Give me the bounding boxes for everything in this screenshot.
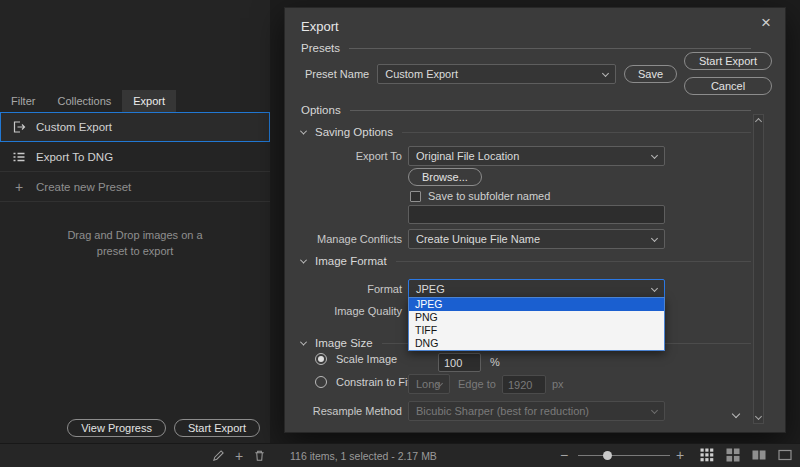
view-progress-button[interactable]: View Progress: [67, 419, 166, 437]
format-option-png[interactable]: PNG: [409, 311, 664, 324]
manage-conflicts-value: Create Unique File Name: [416, 233, 540, 245]
view-switcher: [700, 444, 792, 467]
manage-conflicts-label: Manage Conflicts: [285, 233, 402, 245]
scroll-down-icon[interactable]: [755, 413, 762, 420]
save-preset-button[interactable]: Save: [624, 65, 677, 83]
export-icon: [12, 120, 26, 134]
chevron-down-icon: [300, 256, 307, 263]
subfolder-checkbox-row: Save to subfolder named: [410, 190, 550, 202]
chevron-down-icon: [651, 285, 658, 292]
square-grid-view-icon[interactable]: [726, 448, 740, 464]
scale-value-input[interactable]: 100: [438, 353, 481, 372]
format-option-jpeg[interactable]: JPEG: [409, 298, 664, 311]
create-new-preset-button[interactable]: + Create new Preset: [0, 172, 270, 202]
preset-name-value: Custom Export: [385, 68, 458, 80]
zoom-slider-track[interactable]: [578, 455, 670, 456]
edge-value-input[interactable]: 1920: [502, 375, 546, 394]
more-content-chevron-icon[interactable]: [732, 410, 740, 418]
constrain-row: Constrain to Fit: [315, 376, 411, 388]
format-value: JPEG: [416, 283, 445, 295]
preset-item-custom-export[interactable]: Custom Export: [0, 112, 270, 142]
export-dialog: Export × Presets Preset Name Custom Expo…: [285, 8, 785, 432]
format-options-popup: JPEG PNG TIFF DNG: [408, 297, 665, 351]
drop-hint-text: Drag and Drop images on a preset to expo…: [0, 228, 270, 260]
resample-method-value: Bicubic Sharper (best for reduction): [416, 405, 589, 417]
drop-hint-line1: Drag and Drop images on a: [0, 228, 270, 244]
close-icon[interactable]: ×: [761, 14, 771, 31]
format-option-dng[interactable]: DNG: [409, 337, 664, 350]
dialog-actions: Start Export Cancel: [684, 52, 772, 95]
divider: [402, 132, 751, 133]
subfolder-name-input[interactable]: [408, 205, 665, 224]
browse-button[interactable]: Browse...: [408, 168, 482, 186]
preset-name-dropdown[interactable]: Custom Export: [377, 64, 616, 84]
divider: [349, 48, 751, 49]
scale-unit-label: %: [490, 356, 500, 368]
preset-item-label: Export To DNG: [36, 151, 113, 163]
dialog-scrollbar[interactable]: [753, 114, 764, 424]
detail-view-icon[interactable]: [778, 448, 792, 464]
subfolder-checkbox-label: Save to subfolder named: [428, 190, 550, 202]
trash-icon[interactable]: [253, 449, 266, 464]
add-icon[interactable]: +: [235, 450, 243, 463]
saving-options-section-header[interactable]: Saving Options: [301, 126, 751, 138]
constrain-to-fit-radio[interactable]: [315, 376, 327, 388]
format-option-tiff[interactable]: TIFF: [409, 324, 664, 337]
edge-to-label: Edge to: [458, 378, 496, 390]
start-export-button[interactable]: Start Export: [684, 52, 772, 70]
zoom-out-icon[interactable]: −: [560, 444, 568, 467]
sidebar-tabs: Filter Collections Export: [0, 90, 270, 112]
drop-hint-line2: preset to export: [0, 244, 270, 260]
pencil-icon[interactable]: [212, 449, 225, 464]
scale-value: 100: [444, 357, 462, 369]
options-heading: Options: [301, 104, 341, 116]
cancel-button[interactable]: Cancel: [684, 77, 772, 95]
zoom-in-icon[interactable]: +: [676, 444, 684, 467]
preset-item-label: Custom Export: [36, 121, 112, 133]
preset-name-row: Preset Name Custom Export Save: [305, 64, 677, 84]
start-export-button-sidebar[interactable]: Start Export: [174, 419, 260, 437]
resample-method-label: Resample Method: [285, 405, 402, 417]
create-preset-label: Create new Preset: [36, 181, 131, 193]
compare-view-icon[interactable]: [752, 448, 766, 464]
edge-value: 1920: [508, 379, 532, 391]
chevron-down-icon: [651, 407, 658, 414]
tab-filter[interactable]: Filter: [0, 90, 46, 112]
scale-image-label: Scale Image: [336, 353, 397, 365]
preset-item-export-to-dng[interactable]: Export To DNG: [0, 142, 270, 172]
options-section-header: Options: [301, 104, 751, 116]
image-format-section-header[interactable]: Image Format: [301, 255, 751, 267]
preset-name-label: Preset Name: [305, 68, 369, 80]
chevron-down-icon: [300, 127, 307, 134]
zoom-slider-handle[interactable]: [603, 451, 612, 460]
export-to-value: Original File Location: [416, 150, 519, 162]
constrain-edge-dropdown[interactable]: Long: [408, 374, 450, 394]
presets-sidebar: Filter Collections Export Custom Export …: [0, 0, 270, 443]
preset-list: Custom Export Export To DNG + Create new…: [0, 112, 270, 202]
chevron-down-icon: [651, 152, 658, 159]
export-to-dropdown[interactable]: Original File Location: [408, 146, 665, 166]
divider: [396, 261, 751, 262]
scroll-up-icon[interactable]: [755, 118, 762, 125]
image-quality-label: Image Quality: [285, 305, 402, 317]
chevron-down-icon: [300, 338, 307, 345]
bottom-toolbar: + 116 items, 1 selected - 2.17 MB − +: [0, 443, 800, 467]
list-icon: [12, 150, 26, 164]
chevron-down-icon: [602, 70, 609, 77]
subfolder-checkbox[interactable]: [410, 191, 421, 202]
scale-image-row: Scale Image: [315, 353, 397, 365]
tab-collections[interactable]: Collections: [46, 90, 122, 112]
chevron-down-icon: [651, 235, 658, 242]
tab-export[interactable]: Export: [122, 90, 176, 112]
resample-method-dropdown[interactable]: Bicubic Sharper (best for reduction): [408, 401, 665, 421]
edit-tools: +: [212, 444, 266, 467]
format-dropdown[interactable]: JPEG: [408, 279, 665, 299]
edge-unit-label: px: [552, 378, 564, 390]
saving-options-heading: Saving Options: [315, 126, 393, 138]
grid-view-icon[interactable]: [700, 448, 714, 464]
manage-conflicts-dropdown[interactable]: Create Unique File Name: [408, 229, 665, 249]
presets-heading: Presets: [301, 42, 340, 54]
status-text: 116 items, 1 selected - 2.17 MB: [290, 444, 437, 467]
format-label: Format: [285, 283, 402, 295]
scale-image-radio[interactable]: [315, 353, 327, 365]
